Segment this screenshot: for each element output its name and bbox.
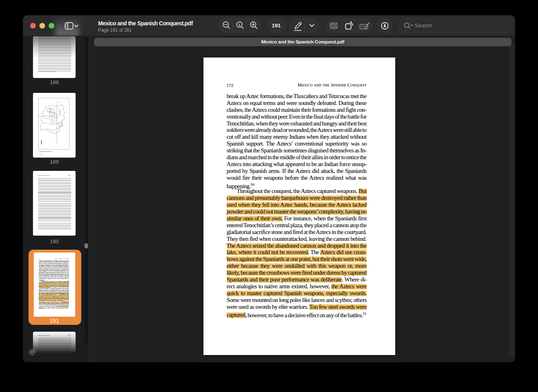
- svg-text:1: 1: [238, 23, 241, 27]
